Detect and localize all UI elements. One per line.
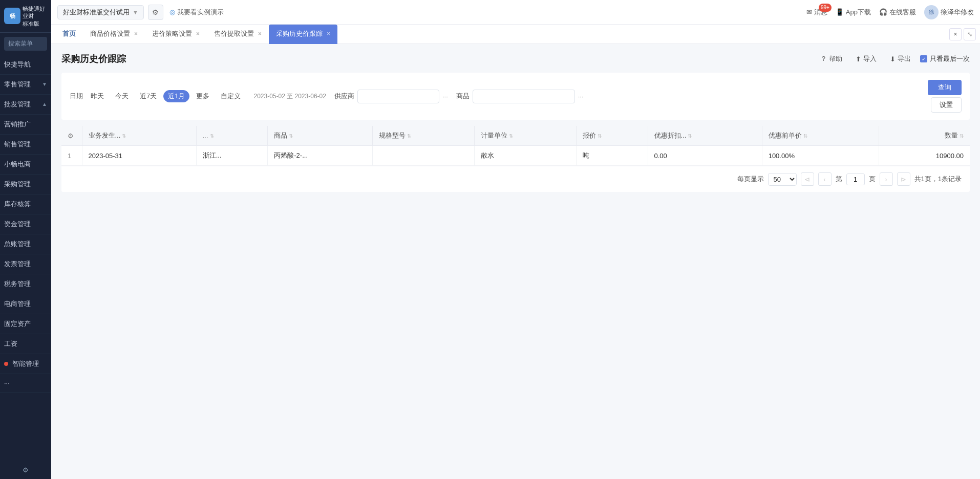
- sidebar-item-finance[interactable]: 资金管理: [0, 214, 51, 234]
- th-product[interactable]: 商品 ⇅: [268, 126, 373, 146]
- headset-icon: 🎧: [879, 8, 887, 16]
- tab-purchase-history[interactable]: 采购历史价跟踪 ×: [269, 25, 337, 44]
- page-prev-button[interactable]: ‹: [818, 172, 832, 186]
- sort-icon: ⇅: [688, 133, 692, 139]
- total-info: 共1页，1条记录: [914, 175, 962, 184]
- app-logo: 畅 畅捷通好业财 标准版: [0, 0, 51, 33]
- message-button[interactable]: ✉ 消息 99+: [806, 8, 827, 17]
- logo-icon: 畅: [4, 8, 20, 24]
- page-actions: ？ 帮助 ⬆ 导入 ⬇ 导出 ✓ 只看最后一次: [816, 52, 970, 66]
- chevron-down-icon: ▼: [133, 9, 138, 15]
- tab-pricing-strategy[interactable]: 进价策略设置 ×: [145, 25, 207, 44]
- date-more[interactable]: 更多: [191, 90, 214, 102]
- only-latest-checkbox-label[interactable]: ✓ 只看最后一次: [920, 54, 970, 63]
- date-filter-label: 日期: [70, 92, 83, 101]
- sort-icon: ⇅: [803, 133, 807, 139]
- date-today[interactable]: 今天: [111, 90, 133, 102]
- page-header: 采购历史价跟踪 ？ 帮助 ⬆ 导入 ⬇ 导出 ✓: [61, 52, 970, 66]
- main-area: 好业财标准版交付试用 ▼ ⚙ ◎ 我要看实例演示 ✉ 消息 99+ 📱 App下…: [51, 0, 980, 479]
- page-size-select[interactable]: 10 20 50 100: [768, 173, 797, 186]
- sidebar-search-area[interactable]: 搜索菜单: [0, 33, 51, 55]
- sort-icon: ⇅: [210, 133, 214, 139]
- version-selector[interactable]: 好业财标准版交付试用 ▼: [57, 5, 144, 19]
- version-label: 好业财标准版交付试用: [63, 8, 130, 17]
- sidebar-item-smart[interactable]: 智能管理: [0, 354, 51, 374]
- th-gear[interactable]: ⚙: [61, 126, 82, 146]
- sidebar-item-purchase[interactable]: 采购管理: [0, 175, 51, 194]
- settings-gear-button[interactable]: ⚙: [148, 5, 163, 20]
- page-suffix: 页: [869, 175, 876, 184]
- th-quantity[interactable]: 数量 ⇅: [879, 126, 970, 146]
- sidebar-item-wholesale[interactable]: 批发管理 ▲: [0, 95, 51, 115]
- supplier-input[interactable]: [357, 90, 439, 103]
- query-button[interactable]: 查询: [928, 80, 962, 95]
- date-filter-group: 日期 昨天 今天 近7天 近1月 更多 自定义: [70, 90, 245, 102]
- date-custom[interactable]: 自定义: [216, 90, 245, 102]
- gear-icon: ⚙: [23, 466, 29, 474]
- tab-price-settings[interactable]: 商品价格设置 ×: [83, 25, 145, 44]
- maximize-tab-button[interactable]: ⤡: [964, 28, 976, 40]
- tab-close-icon[interactable]: ×: [327, 30, 330, 37]
- th-pre-discount-price[interactable]: 优惠前单价 ⇅: [762, 126, 879, 146]
- sidebar-settings-button[interactable]: ⚙: [0, 461, 51, 479]
- supplier-dots[interactable]: ···: [442, 93, 448, 100]
- th-unit[interactable]: 计量单位 ⇅: [474, 126, 576, 146]
- product-input[interactable]: [473, 90, 575, 103]
- sidebar-item-retail[interactable]: 零售管理 ▼: [0, 75, 51, 95]
- sidebar-item-unknown[interactable]: ···: [0, 374, 51, 393]
- sidebar-item-tax[interactable]: 税务管理: [0, 274, 51, 294]
- product-dots[interactable]: ···: [578, 93, 584, 100]
- sidebar-item-invoice[interactable]: 发票管理: [0, 254, 51, 274]
- page-first-button[interactable]: ⊲: [801, 172, 814, 186]
- import-button[interactable]: ⬆ 导入: [851, 52, 881, 66]
- search-menu-button[interactable]: 搜索菜单: [4, 37, 47, 51]
- cell-pre-discount-price: 10900.00: [879, 146, 970, 166]
- user-menu[interactable]: 徐 徐泽华修改: [924, 5, 974, 19]
- tab-home[interactable]: 首页: [55, 25, 83, 44]
- th-date[interactable]: 业务发生... ⇅: [82, 126, 196, 146]
- import-icon: ⬆: [856, 55, 861, 63]
- date-last7[interactable]: 近7天: [135, 90, 161, 102]
- sidebar-item-fixed-assets[interactable]: 固定资产: [0, 314, 51, 334]
- sidebar-item-quick-nav[interactable]: 快捷导航: [0, 55, 51, 75]
- sort-icon: ⇅: [407, 133, 411, 139]
- tab-close-icon[interactable]: ×: [134, 30, 138, 37]
- th-more[interactable]: ... ⇅: [196, 126, 268, 146]
- tab-close-icon[interactable]: ×: [196, 30, 200, 37]
- th-discount[interactable]: 优惠折扣... ⇅: [648, 126, 762, 146]
- data-table: ⚙ 业务发生... ⇅ ...: [61, 126, 970, 166]
- sidebar-item-ecommerce-small[interactable]: 小畅电商: [0, 155, 51, 175]
- tab-close-icon[interactable]: ×: [258, 30, 262, 37]
- sidebar-item-inventory[interactable]: 库存核算: [0, 194, 51, 214]
- sidebar-item-sales[interactable]: 销售管理: [0, 135, 51, 155]
- chevron-up-icon: ▲: [42, 101, 47, 107]
- demo-button[interactable]: ◎ 我要看实例演示: [169, 8, 224, 17]
- sidebar-item-ecommerce[interactable]: 电商管理: [0, 294, 51, 314]
- page-label: 第: [836, 175, 842, 184]
- close-tab-button[interactable]: ×: [949, 28, 962, 40]
- help-button[interactable]: ？ 帮助: [816, 52, 846, 66]
- topbar: 好业财标准版交付试用 ▼ ⚙ ◎ 我要看实例演示 ✉ 消息 99+ 📱 App下…: [51, 0, 980, 25]
- supplier-label: 供应商: [334, 92, 354, 101]
- filter-settings-button[interactable]: 设置: [931, 97, 962, 113]
- page-next-button[interactable]: ›: [880, 172, 893, 186]
- message-badge: 99+: [819, 4, 832, 12]
- cell-supplier: 浙江...: [196, 146, 268, 166]
- sidebar-item-general-ledger[interactable]: 总账管理: [0, 234, 51, 254]
- page-number-input[interactable]: [846, 173, 865, 185]
- export-button[interactable]: ⬇ 导出: [886, 52, 915, 66]
- date-last1m[interactable]: 近1月: [163, 90, 189, 102]
- cell-date: 2023-05-31: [82, 146, 196, 166]
- cell-quoted-price: 0.00: [648, 146, 762, 166]
- tab-sale-extract[interactable]: 售价提取设置 ×: [207, 25, 269, 44]
- online-service-button[interactable]: 🎧 在线客服: [879, 8, 916, 17]
- sidebar-item-marketing[interactable]: 营销推广: [0, 115, 51, 135]
- date-yesterday[interactable]: 昨天: [86, 90, 109, 102]
- th-price[interactable]: 报价 ⇅: [576, 126, 648, 146]
- sort-icon: ⇅: [960, 133, 964, 139]
- page-last-button[interactable]: ⊳: [897, 172, 910, 186]
- sidebar-item-salary[interactable]: 工资: [0, 334, 51, 354]
- th-spec[interactable]: 规格型号 ⇅: [373, 126, 475, 146]
- app-download-button[interactable]: 📱 App下载: [836, 8, 871, 17]
- help-icon: ？: [820, 54, 827, 63]
